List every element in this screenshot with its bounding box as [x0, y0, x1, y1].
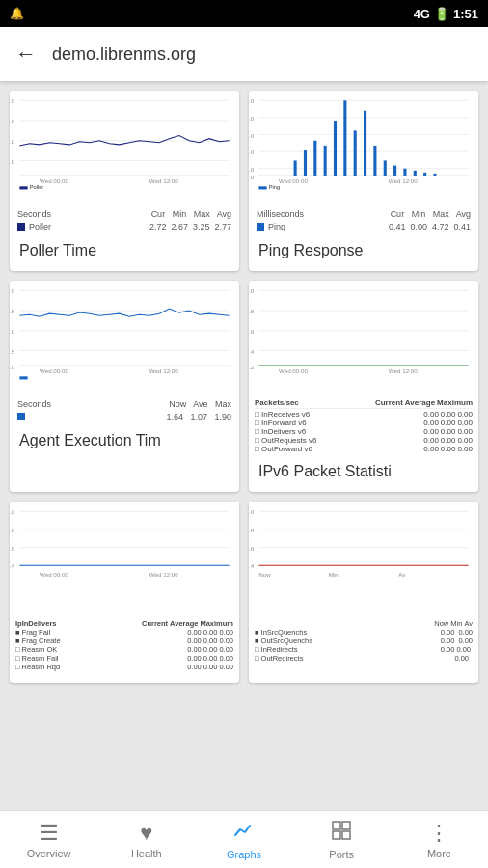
signal-indicator: 4G — [414, 7, 430, 21]
svg-rect-36 — [384, 160, 387, 176]
ipv6-icmp-stats-table: Now Min Av ■ InSrcQuenchs0.000.00 ■ OutS… — [249, 617, 478, 665]
svg-rect-11 — [19, 186, 27, 189]
svg-text:0.2: 0.2 — [249, 364, 255, 370]
card-ping-title: Ping Response — [249, 234, 478, 261]
nav-item-graphs[interactable]: Graphs — [195, 814, 292, 866]
ipv6-packet-stats-table: Packets/sec Current Average Maximum □ In… — [249, 396, 478, 455]
nav-label-ports: Ports — [329, 849, 354, 860]
card-agent-title: Agent Execution Tim — [10, 424, 239, 451]
svg-text:0.4: 0.4 — [249, 563, 255, 570]
svg-text:Wed 00:00: Wed 00:00 — [279, 177, 308, 184]
svg-rect-33 — [354, 130, 357, 176]
bottom-navigation: ☰ Overview ♥ Health Graphs Ports ⋮ More — [0, 810, 488, 868]
svg-rect-39 — [414, 171, 417, 176]
svg-text:Ping: Ping — [269, 184, 280, 190]
svg-text:Wed 00:00: Wed 00:00 — [40, 177, 68, 184]
card-poller-stats: Seconds Cur Min Max Avg Poller 2.72 2.67… — [10, 206, 239, 234]
svg-text:4.0: 4.0 — [249, 115, 255, 122]
svg-text:3.0: 3.0 — [249, 132, 255, 139]
svg-rect-94 — [342, 822, 350, 829]
clock: 1:51 — [453, 7, 478, 21]
svg-text:1.0: 1.0 — [249, 166, 255, 173]
card-ipv6-packet-title: IPv6 Packet Statisti — [249, 455, 478, 482]
svg-text:0.4: 0.4 — [249, 348, 255, 355]
svg-rect-93 — [333, 822, 340, 829]
graph-agent-execution: 2.0 1.5 1.0 0.5 0.0 Wed 00:00 Wed 12:00 — [10, 281, 239, 396]
svg-rect-30 — [324, 146, 327, 176]
svg-text:5.0: 5.0 — [249, 97, 255, 104]
notification-icon: 🔔 — [10, 7, 24, 20]
graphs-icon — [233, 820, 255, 847]
card-ip-stats: 1.0 0.8 0.6 0.4 Wed 00:00 Wed 12:00 IpIn… — [10, 502, 239, 683]
svg-text:Wed 12:00: Wed 12:00 — [149, 177, 178, 184]
svg-rect-41 — [433, 174, 436, 176]
graph-ping-response: 5.0 4.0 3.0 2.0 1.0 0.0 Wed 00:00 Wed 12… — [249, 91, 478, 206]
svg-text:1.5: 1.5 — [10, 308, 15, 314]
svg-text:Wed 12:00: Wed 12:00 — [149, 571, 178, 578]
svg-text:0.8: 0.8 — [249, 308, 255, 314]
svg-text:1.0: 1.0 — [249, 509, 255, 516]
poller-dot — [17, 223, 25, 231]
nav-item-overview[interactable]: ☰ Overview — [0, 815, 97, 865]
nav-label-health: Health — [131, 848, 162, 859]
svg-rect-28 — [304, 150, 307, 176]
app-bar: ← demo.librenms.org — [0, 27, 488, 81]
svg-text:0.4: 0.4 — [10, 563, 15, 570]
svg-text:0.6: 0.6 — [10, 545, 15, 552]
svg-text:Wed 12:00: Wed 12:00 — [389, 177, 418, 184]
health-icon: ♥ — [140, 821, 152, 846]
svg-rect-37 — [393, 166, 396, 176]
svg-text:Av: Av — [398, 571, 406, 578]
card-ping-stats: Milliseconds Cur Min Max Avg Ping 0.41 0… — [249, 206, 478, 234]
card-agent-stats: Seconds Now Ave Max 1.64 1.07 1.90 — [10, 396, 239, 424]
svg-text:1.0: 1.0 — [10, 138, 15, 145]
svg-text:1.0: 1.0 — [249, 288, 255, 295]
app-bar-title: demo.librenms.org — [52, 44, 196, 65]
svg-text:2.0: 2.0 — [10, 118, 15, 124]
nav-item-health[interactable]: ♥ Health — [97, 815, 195, 865]
card-ping-response: 5.0 4.0 3.0 2.0 1.0 0.0 Wed 00:00 Wed 12… — [249, 91, 478, 271]
nav-item-more[interactable]: ⋮ More — [391, 815, 488, 865]
ping-dot — [257, 223, 264, 231]
svg-text:Wed 12:00: Wed 12:00 — [389, 367, 418, 374]
svg-rect-32 — [343, 100, 346, 176]
svg-text:0.8: 0.8 — [10, 527, 15, 533]
ip-stats-table: IpInDelivers Current Average Maximum ■ F… — [10, 617, 239, 673]
svg-rect-42 — [258, 186, 266, 189]
svg-rect-27 — [294, 160, 297, 176]
battery-icon: 🔋 — [434, 7, 449, 21]
card-ipv6-packet: 1.0 0.8 0.6 0.4 0.2 Wed 00:00 Wed 12:00 … — [249, 281, 478, 492]
back-button[interactable]: ← — [15, 41, 37, 67]
graph-ipv6-packet: 1.0 0.8 0.6 0.4 0.2 Wed 00:00 Wed 12:00 — [249, 281, 478, 396]
nav-item-ports[interactable]: Ports — [293, 814, 391, 866]
graph-poller-time: 3.0 2.0 1.0 0.0 Wed 00:00 Wed 12:00 Poll… — [10, 91, 239, 206]
svg-text:0.5: 0.5 — [10, 348, 15, 355]
svg-text:Min: Min — [329, 571, 339, 578]
svg-text:0.0: 0.0 — [10, 158, 15, 165]
svg-text:Poller: Poller — [30, 184, 44, 190]
svg-text:2.0: 2.0 — [10, 288, 15, 295]
cards-grid: 3.0 2.0 1.0 0.0 Wed 00:00 Wed 12:00 Poll… — [10, 91, 478, 683]
svg-rect-35 — [373, 146, 376, 176]
agent-dot — [17, 413, 25, 420]
svg-text:3.0: 3.0 — [10, 97, 15, 104]
status-bar: 🔔 4G 🔋 1:51 — [0, 0, 488, 27]
svg-text:Wed 00:00: Wed 00:00 — [40, 571, 68, 578]
svg-text:2.0: 2.0 — [249, 149, 255, 155]
card-poller-title: Poller Time — [10, 234, 239, 261]
svg-text:Wed 00:00: Wed 00:00 — [279, 367, 308, 374]
card-ipv6-icmp: 1.0 0.8 0.6 0.4 Now Min Av Now Min Av ■ — [249, 502, 478, 683]
nav-label-more: More — [427, 848, 451, 859]
svg-text:0.0: 0.0 — [249, 174, 255, 180]
svg-rect-31 — [334, 121, 337, 176]
card-agent-execution: 2.0 1.5 1.0 0.5 0.0 Wed 00:00 Wed 12:00 … — [10, 281, 239, 492]
svg-rect-56 — [19, 377, 27, 380]
svg-rect-29 — [313, 141, 316, 176]
svg-text:Wed 00:00: Wed 00:00 — [40, 367, 68, 374]
svg-rect-38 — [403, 169, 406, 176]
nav-label-graphs: Graphs — [227, 849, 261, 860]
svg-text:0.6: 0.6 — [249, 328, 255, 335]
svg-text:1.0: 1.0 — [10, 509, 15, 516]
svg-text:Now: Now — [258, 571, 271, 578]
svg-rect-34 — [364, 111, 366, 176]
